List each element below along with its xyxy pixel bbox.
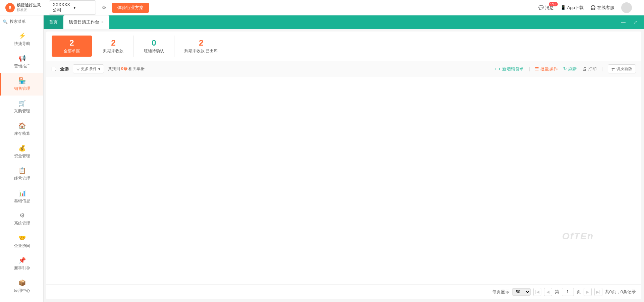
sidebar-item-purchase[interactable]: 🛒 采购管理 (0, 96, 43, 118)
tab-expand-button[interactable]: ⤢ (631, 17, 640, 27)
pagination-last-button[interactable]: ▶| (594, 288, 602, 296)
logo-text-block: 畅捷通好生意 标准版 (17, 3, 41, 13)
switch-label: 切换新版 (616, 66, 632, 72)
filter-button[interactable]: ▽ 更多条件 ▾ (73, 64, 104, 73)
cart-icon: 🛒 (18, 100, 26, 107)
stat-all-orders[interactable]: 2 全部单据 (52, 36, 92, 57)
app-name: 畅捷通好生意 (17, 3, 41, 8)
filter-icon: ▽ (76, 67, 79, 71)
search-icon: 🔍 (3, 19, 8, 24)
sidebar-label-purchase: 采购管理 (14, 108, 30, 114)
sidebar: 🔍 搜索菜单 ⚡ 快捷导航 📢 营销推广 🏪 销售管理 🛒 采购管理 🏠 库存核… (0, 15, 44, 302)
sidebar-label-cooperation: 企业协同 (14, 243, 30, 249)
sidebar-label-sales: 销售管理 (14, 86, 30, 92)
app-badge: 标准版 (17, 8, 41, 12)
found-text: 共找到 0条 相关单据 (108, 66, 145, 72)
sidebar-item-guide[interactable]: 📌 新手引导 (0, 253, 43, 275)
logo-area: 6 畅捷通好生意 标准版 (5, 3, 49, 13)
next-page-icon: ▶ (586, 290, 589, 294)
sidebar-item-sales[interactable]: 🏪 销售管理 (0, 73, 43, 96)
print-button[interactable]: 🖨 打印 (582, 66, 597, 72)
stat-pending-label: 旺辅待确认 (144, 48, 164, 54)
tab-close-icon[interactable]: × (101, 20, 104, 24)
stat-overdue-payment[interactable]: 2 到期未收款 (93, 36, 134, 57)
sidebar-item-inventory[interactable]: 🏠 库存核算 (0, 118, 43, 140)
sidebar-label-base-info: 基础信息 (14, 198, 30, 204)
first-page-icon: |◀ (535, 290, 539, 294)
select-all-label: 全选 (60, 66, 69, 72)
app-download-button[interactable]: 📱 App下载 (560, 5, 584, 11)
sidebar-label-finance: 资金管理 (14, 153, 30, 159)
sidebar-item-finance[interactable]: 💰 资金管理 (0, 140, 43, 163)
top-header: 6 畅捷通好生意 标准版 XXXXXX公司 ▾ ⚙ 体验行业方案 💬 消息 99… (0, 0, 644, 15)
tab-active[interactable]: 钱货日清工作台 × (63, 15, 109, 29)
toolbar-divider-2 (602, 67, 602, 71)
switch-icon: ⇄ (611, 67, 615, 71)
pagination-first-button[interactable]: |◀ (533, 288, 541, 296)
sidebar-label-system: 系统管理 (14, 221, 30, 226)
pagination-prev-button[interactable]: ◀ (544, 288, 552, 296)
tab-bar: 首页 钱货日清工作台 × — ⤢ (44, 15, 644, 29)
page-size-label: 每页显示 (492, 289, 509, 295)
sidebar-item-quick-nav[interactable]: ⚡ 快捷导航 (0, 28, 43, 51)
dropdown-icon: ▾ (73, 5, 92, 10)
message-badge: 99+ (549, 2, 558, 6)
search-menu-item[interactable]: 🔍 搜索菜单 (0, 15, 43, 28)
box-icon: 📦 (18, 279, 26, 287)
stat-pending-count: 0 (152, 38, 156, 48)
stat-overdue-count: 2 (111, 38, 115, 48)
sidebar-item-marketing[interactable]: 📢 营销推广 (0, 51, 43, 73)
sidebar-item-base-info[interactable]: 📊 基础信息 (0, 185, 43, 208)
switch-version-button[interactable]: ⇄ 切换新版 (608, 64, 636, 73)
message-button[interactable]: 💬 消息 99+ (538, 5, 554, 11)
message-icon: 💬 (538, 5, 544, 10)
sidebar-item-system[interactable]: ⚙ 系统管理 (0, 208, 43, 230)
page-size-select[interactable]: 50 100 (512, 288, 531, 296)
stat-overdue-shipped[interactable]: 2 到期未收款 已出库 (174, 36, 228, 57)
stat-all-count: 2 (69, 38, 74, 48)
shop-icon: 🏪 (18, 77, 26, 84)
page-label: 第 (555, 289, 559, 295)
sidebar-item-app-center[interactable]: 📦 应用中心 (0, 275, 43, 298)
page-number-input[interactable] (562, 288, 574, 296)
stat-pending-confirm[interactable]: 0 旺辅待确认 (134, 36, 174, 57)
pagination-next-button[interactable]: ▶ (584, 288, 592, 296)
settings-button[interactable]: ⚙ (99, 2, 109, 13)
printer-icon: 🖨 (582, 66, 587, 71)
lightning-icon: ⚡ (18, 32, 26, 40)
sidebar-item-cooperation[interactable]: 🤝 企业协同 (0, 230, 43, 253)
main-layout: 🔍 搜索菜单 ⚡ 快捷导航 📢 营销推广 🏪 销售管理 🛒 采购管理 🏠 库存核… (0, 15, 644, 302)
trial-button[interactable]: 体验行业方案 (112, 3, 149, 13)
clipboard-icon: 📋 (18, 167, 26, 174)
refresh-label: 刷新 (568, 66, 577, 72)
batch-icon: ☰ (535, 66, 539, 71)
online-service-label: 在线客服 (597, 5, 614, 11)
total-info: 共0页，0条记录 (605, 289, 636, 295)
company-selector[interactable]: XXXXXX公司 ▾ (49, 0, 96, 15)
toolbar-right: + + 新增销货单 ☰ 批量操作 ↻ 刷新 🖨 打印 (494, 64, 636, 73)
tab-home[interactable]: 首页 (44, 15, 63, 29)
sidebar-label-operations: 经营管理 (14, 176, 30, 181)
refresh-button[interactable]: ↻ 刷新 (563, 66, 577, 72)
online-service-button[interactable]: 🎧 在线客服 (590, 5, 614, 11)
tab-home-label: 首页 (49, 19, 58, 25)
sidebar-item-operations[interactable]: 📋 经营管理 (0, 163, 43, 185)
new-sale-button[interactable]: + + 新增销货单 (494, 66, 524, 72)
sidebar-label-guide: 新手引导 (14, 265, 30, 271)
sidebar-item-wechat[interactable]: 💬 企业微信 (0, 298, 43, 302)
user-avatar[interactable] (621, 2, 632, 13)
add-icon: + (494, 66, 497, 71)
pagination-bar: 每页显示 50 100 |◀ ◀ 第 页 ▶ ▶| (46, 284, 641, 299)
found-prefix: 共找到 (108, 66, 120, 71)
search-menu-label: 搜索菜单 (10, 19, 26, 24)
filter-chevron: ▾ (98, 67, 100, 71)
tab-right-actions: — ⤢ (619, 17, 644, 27)
select-all-checkbox[interactable] (52, 67, 56, 71)
sidebar-label-inventory: 库存核算 (14, 131, 30, 136)
sidebar-label-marketing: 营销推广 (14, 63, 30, 69)
batch-op-button[interactable]: ☰ 批量操作 (535, 66, 558, 72)
company-name: XXXXXX公司 (53, 2, 71, 13)
tab-minimize-button[interactable]: — (619, 17, 628, 27)
stat-overdue-shipped-label: 到期未收款 已出库 (184, 48, 218, 54)
house-icon: 🏠 (18, 122, 26, 129)
